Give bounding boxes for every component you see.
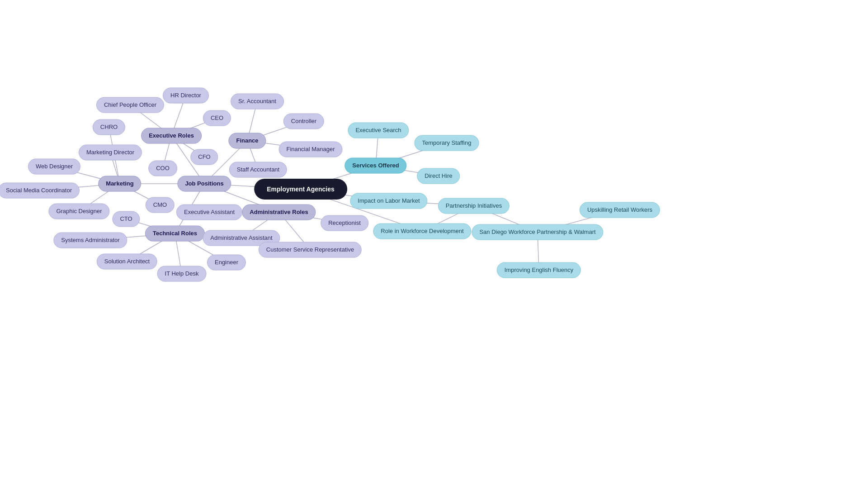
node-center[interactable]: Employment Agencies bbox=[254, 179, 347, 200]
node-executive_assistant[interactable]: Executive Assistant bbox=[176, 205, 242, 220]
node-job_positions[interactable]: Job Positions bbox=[177, 176, 231, 192]
node-financial_manager[interactable]: Financial Manager bbox=[279, 142, 343, 157]
node-direct_hire[interactable]: Direct Hire bbox=[417, 168, 460, 184]
node-hr_director[interactable]: HR Director bbox=[163, 88, 209, 104]
node-ceo[interactable]: CEO bbox=[203, 110, 231, 126]
node-role_in_workforce_development[interactable]: Role in Workforce Development bbox=[373, 224, 471, 239]
node-it_help_desk[interactable]: IT Help Desk bbox=[157, 266, 207, 282]
node-upskilling[interactable]: Upskilling Retail Workers bbox=[580, 202, 660, 218]
node-controller[interactable]: Controller bbox=[283, 114, 324, 129]
node-executive_search[interactable]: Executive Search bbox=[348, 123, 409, 138]
node-marketing_director[interactable]: Marketing Director bbox=[79, 145, 142, 161]
node-solution_architect[interactable]: Solution Architect bbox=[97, 254, 157, 270]
node-services_offered[interactable]: Services Offered bbox=[344, 158, 406, 174]
node-partnership_initiatives[interactable]: Partnership Initiatives bbox=[438, 198, 509, 214]
node-graphic_designer[interactable]: Graphic Designer bbox=[48, 204, 109, 219]
node-improving_english[interactable]: Improving English Fluency bbox=[497, 262, 581, 278]
node-finance[interactable]: Finance bbox=[228, 133, 266, 149]
node-san_diego[interactable]: San Diego Workforce Partnership & Walmar… bbox=[472, 224, 603, 240]
node-sr_accountant[interactable]: Sr. Accountant bbox=[231, 94, 284, 109]
node-chief_people_officer[interactable]: Chief People Officer bbox=[96, 97, 164, 113]
node-administrative_roles[interactable]: Administrative Roles bbox=[242, 205, 316, 220]
mindmap-canvas: Employment AgenciesJob PositionsFinanceE… bbox=[0, 0, 868, 490]
node-marketing[interactable]: Marketing bbox=[98, 176, 141, 192]
node-technical_roles[interactable]: Technical Roles bbox=[145, 226, 205, 242]
node-cto[interactable]: CTO bbox=[112, 211, 140, 227]
connections-svg bbox=[0, 0, 868, 490]
node-web_designer[interactable]: Web Designer bbox=[28, 159, 80, 175]
node-staff_accountant[interactable]: Staff Accountant bbox=[229, 162, 287, 178]
node-receptionist[interactable]: Receptionist bbox=[321, 215, 368, 231]
node-cfo[interactable]: CFO bbox=[190, 149, 218, 165]
node-social_media[interactable]: Social Media Coordinator bbox=[0, 183, 80, 199]
node-systems_admin[interactable]: Systems Administrator bbox=[53, 233, 127, 248]
node-coo[interactable]: COO bbox=[148, 161, 177, 176]
node-impact_on_labor_market[interactable]: Impact on Labor Market bbox=[350, 193, 427, 209]
node-executive_roles[interactable]: Executive Roles bbox=[141, 128, 202, 144]
node-chro[interactable]: CHRO bbox=[93, 119, 125, 135]
node-cmo[interactable]: CMO bbox=[146, 197, 175, 213]
node-customer_service[interactable]: Customer Service Representative bbox=[259, 242, 362, 258]
node-engineer[interactable]: Engineer bbox=[207, 255, 246, 271]
node-temporary_staffing[interactable]: Temporary Staffing bbox=[415, 135, 479, 151]
